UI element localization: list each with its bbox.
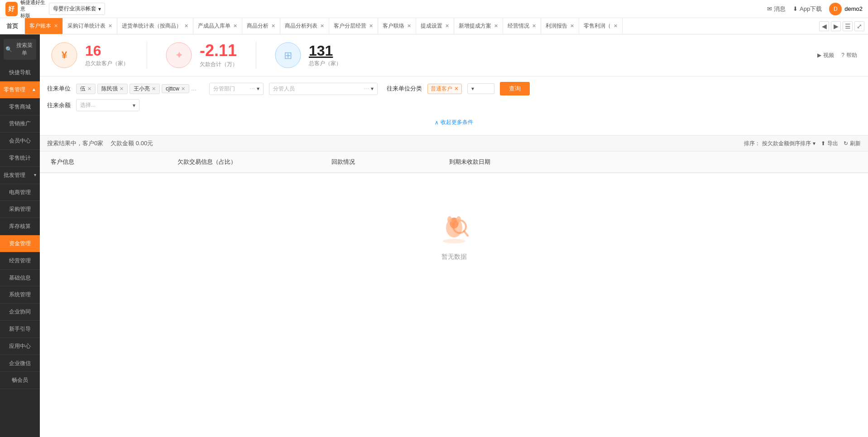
- sidebar-item-basic-info[interactable]: 基础信息: [0, 270, 40, 287]
- sort-select[interactable]: 排序： 按欠款金额倒序排序 ▾: [744, 140, 815, 147]
- unit-tag-wang-close[interactable]: ✕: [152, 86, 156, 92]
- sidebar-item-purchase-mgmt[interactable]: 采购管理: [0, 201, 40, 218]
- unit-tag-wu: 伍 ✕: [76, 84, 96, 94]
- sidebar-item-enterprise-collab[interactable]: 企业协同: [0, 304, 40, 321]
- person-filter-select[interactable]: 分管人员 ⋯ ▾: [269, 83, 378, 95]
- sidebar-item-capital-mgmt[interactable]: 资金管理: [0, 235, 40, 252]
- stat-info-amount: -2.11 欠款合计（万）: [200, 43, 238, 68]
- tab-retail-profit[interactable]: 零售利润（ ✕: [579, 18, 623, 34]
- tab-close-customer-tier[interactable]: ✕: [369, 23, 373, 29]
- sidebar-item-wholesale-mgmt[interactable]: 批发管理 ▾: [0, 167, 40, 184]
- chevron-down-icon: ▾: [34, 172, 36, 178]
- tab-customer-contact[interactable]: 客户联络 ✕: [378, 18, 416, 34]
- tab-close-product-analysis-list[interactable]: ✕: [320, 23, 324, 29]
- tab-customer-cost[interactable]: 客户账本 ✕: [25, 18, 63, 34]
- search-menu-button[interactable]: 🔍 搜索菜单: [4, 39, 36, 60]
- unit-class-select[interactable]: ▾: [467, 83, 494, 94]
- tab-purchase-order[interactable]: 采购订单统计表 ✕: [63, 18, 117, 34]
- filter-more-tags[interactable]: …: [191, 86, 197, 92]
- tab-prev-button[interactable]: ◀: [819, 21, 829, 31]
- tab-new-promo[interactable]: 新增提成方案 ✕: [454, 18, 503, 34]
- sort-label: 排序：: [744, 140, 760, 147]
- sidebar-item-marketing[interactable]: 营销推广: [0, 115, 40, 133]
- tab-close-purchase-order[interactable]: ✕: [108, 23, 112, 29]
- video-link[interactable]: ▶ 视频: [817, 52, 834, 59]
- tab-next-button[interactable]: ▶: [831, 21, 841, 31]
- tab-menu-button[interactable]: ☰: [843, 21, 853, 31]
- sidebar-item-retail-mall[interactable]: 零售商城: [0, 99, 40, 116]
- total-customers-number: 131: [309, 43, 341, 58]
- tab-close-promo-settings[interactable]: ✕: [445, 23, 449, 29]
- unit-tag-chen-close[interactable]: ✕: [120, 86, 124, 92]
- table-container: 客户信息 欠款交易信息（占比） 回款情况 到期未收款日期: [40, 152, 868, 437]
- tab-product-analysis-list[interactable]: 商品分析列表 ✕: [280, 18, 329, 34]
- unit-tag-wang: 王小亮 ✕: [129, 84, 160, 94]
- sidebar-item-inventory-check[interactable]: 库存核算: [0, 218, 40, 235]
- filter-row-2: 往来余额 选择... ▾: [47, 99, 861, 111]
- tab-close-profit-report[interactable]: ✕: [570, 23, 574, 29]
- tab-profit-report[interactable]: 利润报告 ✕: [541, 18, 579, 34]
- sidebar-item-ecommerce[interactable]: 电商管理: [0, 184, 40, 201]
- tab-close-product-analysis[interactable]: ✕: [271, 23, 275, 29]
- sort-chevron: ▾: [813, 140, 815, 147]
- sidebar-item-enterprise-wechat[interactable]: 企业微信: [0, 355, 40, 372]
- sidebar-item-app-center[interactable]: 应用中心: [0, 338, 40, 355]
- tab-fullscreen-button[interactable]: ⤢: [854, 21, 864, 31]
- svg-point-11: [447, 216, 452, 223]
- app-download-button[interactable]: ⬇ App下载: [793, 5, 822, 13]
- sidebar-item-member-center[interactable]: 会员中心: [0, 133, 40, 150]
- user-area[interactable]: D demo2: [829, 3, 863, 15]
- stat-card-overdue-amount: ✦ -2.11 欠款合计（万）: [165, 42, 256, 69]
- unit-class-tags: 普通客户 ✕: [427, 84, 462, 94]
- stat-icon-overdue: ¥: [51, 42, 78, 69]
- results-actions: 排序： 按欠款金额倒序排序 ▾ ⬆ 导出 ↻ 刷新: [744, 140, 861, 147]
- results-info: 搜索结果中，客户0家 欠款金额 0.00元: [47, 139, 153, 147]
- sidebar-item-quick-nav[interactable]: 快捷导航: [0, 64, 40, 81]
- logo-icon: 好: [5, 2, 18, 16]
- help-link[interactable]: ? 帮助: [841, 52, 857, 59]
- unit-tag-cjttcw-close[interactable]: ✕: [181, 86, 185, 92]
- tab-close-customer-contact[interactable]: ✕: [407, 23, 411, 29]
- balance-filter-select[interactable]: 选择... ▾: [76, 99, 139, 111]
- query-button[interactable]: 查询: [500, 82, 530, 95]
- sidebar-item-retail-stats[interactable]: 零售统计: [0, 150, 40, 167]
- download-icon: ⬇: [793, 5, 798, 12]
- sidebar-item-new-guide[interactable]: 新手引导: [0, 321, 40, 338]
- help-icon: ?: [841, 52, 844, 58]
- dept-filter-chevron: ▾: [257, 86, 259, 92]
- tab-business-status[interactable]: 经营情况 ✕: [503, 18, 541, 34]
- tab-product-instock[interactable]: 产成品入库单 ✕: [193, 18, 242, 34]
- tab-promo-settings[interactable]: 提成设置 ✕: [416, 18, 454, 34]
- svg-text:¥: ¥: [62, 49, 67, 61]
- sidebar-item-ops-mgmt[interactable]: 经营管理: [0, 252, 40, 270]
- tab-close-customer-cost[interactable]: ✕: [54, 23, 58, 29]
- logo-text: 畅捷通好生意 标版: [20, 0, 45, 19]
- tab-close-instock-stat[interactable]: ✕: [184, 23, 188, 29]
- tab-product-analysis[interactable]: 商品分析 ✕: [242, 18, 280, 34]
- tab-customer-tier[interactable]: 客户分层经营 ✕: [329, 18, 378, 34]
- unit-class-tag-close[interactable]: ✕: [454, 86, 459, 92]
- unit-tag-wu-close[interactable]: ✕: [87, 86, 91, 92]
- collapse-row: ∧ 收起更多条件: [47, 115, 861, 130]
- dept-filter-select[interactable]: 分管部门 ⋯ ▾: [209, 83, 264, 95]
- tab-close-retail-profit[interactable]: ✕: [614, 23, 618, 29]
- sidebar-item-retail-mgmt[interactable]: 零售管理 ▲: [0, 81, 40, 99]
- svg-line-10: [464, 231, 468, 236]
- overdue-amount-number: -2.11: [200, 43, 238, 59]
- sidebar-item-member-vip[interactable]: 畅会员: [0, 372, 40, 389]
- refresh-icon: ↻: [844, 140, 848, 147]
- tab-close-new-promo[interactable]: ✕: [494, 23, 498, 29]
- avatar: D: [829, 3, 842, 15]
- message-button[interactable]: ✉ 消息: [767, 5, 786, 13]
- tab-instock-stat[interactable]: 进货单统计表（按商品） ✕: [117, 18, 193, 34]
- collapse-button[interactable]: ∧ 收起更多条件: [47, 117, 861, 128]
- tab-close-business-status[interactable]: ✕: [532, 23, 536, 29]
- export-button[interactable]: ⬆ 导出: [821, 140, 838, 147]
- tab-close-product-instock[interactable]: ✕: [233, 23, 237, 29]
- filter-bar: 往来单位 伍 ✕ 陈民强 ✕ 王小亮 ✕ cjttcw: [40, 76, 868, 136]
- org-selector[interactable]: 母婴行业演示帐套 ▾: [49, 3, 105, 15]
- refresh-button[interactable]: ↻ 刷新: [844, 140, 861, 147]
- sidebar-item-system-mgmt[interactable]: 系统管理: [0, 286, 40, 304]
- tab-home[interactable]: 首页: [0, 18, 25, 34]
- filter-row-1: 往来单位 伍 ✕ 陈民强 ✕ 王小亮 ✕ cjttcw: [47, 82, 861, 95]
